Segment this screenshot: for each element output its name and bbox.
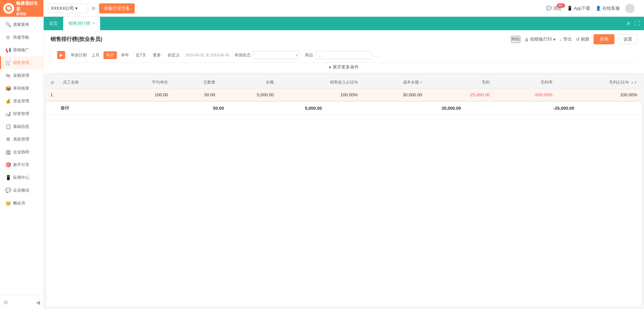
main-area: XXXXX公司 ▾ ⚙ 体验行业方案 💬 消息 99+ 📱 App下载 👤 在线… — [44, 0, 644, 309]
date-tab-7days[interactable]: 近7天 — [133, 51, 149, 59]
sidebar-item-marketing[interactable]: 📢 营销推广 — [0, 44, 43, 56]
tab-sales-ranking-label: 销售排行榜 — [69, 20, 90, 27]
goods-input[interactable] — [315, 51, 372, 59]
tab-close-all-icon[interactable]: ✕ — [626, 20, 631, 27]
footer-main-qty: 50.00 — [154, 102, 228, 115]
date-tab-this-year[interactable]: 本年 — [118, 51, 132, 59]
sidebar-item-member[interactable]: 👑 畅会员 — [0, 197, 43, 209]
col-sales-pct-header: 销售收入占比% — [278, 76, 362, 89]
cell-rank-0: 1 — [46, 89, 59, 101]
sidebar-item-operation[interactable]: 📊 经营管理 — [0, 107, 43, 120]
message-icon: 💬 — [546, 6, 552, 11]
nav-label-system: 系统管理 — [13, 137, 29, 142]
app-download-icon: 📱 — [567, 6, 572, 11]
date-tab-last-month[interactable]: 上月 — [89, 51, 102, 59]
online-service-button[interactable]: 👤 在线客服 — [596, 5, 620, 11]
cell-gross-pct-0: 100.00% — [557, 89, 641, 101]
logo-subtitle: 标准版 — [16, 12, 40, 16]
avatar[interactable] — [625, 4, 635, 13]
expand-icon: ▾ — [329, 65, 331, 70]
settings-bottom-icon[interactable]: ⚙ — [3, 299, 8, 306]
expand-row: ▾ 展开更多条件 — [50, 63, 637, 73]
footer-label: 合计 — [56, 102, 122, 115]
print-icon: 🖨 — [524, 37, 529, 42]
help-button[interactable]: 帮助 — [511, 36, 520, 43]
trial-button[interactable]: 体验行业方案 — [99, 3, 135, 13]
tab-home-label: 首页 — [49, 20, 58, 27]
sidebar-item-guide[interactable]: 🎯 新手引导 — [0, 158, 43, 171]
nav-icon-shortcut: ⊙ — [5, 34, 11, 40]
company-selector[interactable]: XXXXX公司 ▾ — [48, 4, 88, 13]
sidebar-item-base[interactable]: 📋 基础信息 — [0, 120, 43, 133]
nav-label-inventory: 库存核算 — [13, 86, 29, 91]
nav-label-marketing: 营销推广 — [13, 47, 29, 53]
nav-icon-purchase: 🛍 — [5, 72, 11, 79]
cell-cost-0: 30,000.00 — [362, 89, 426, 101]
nav-label-guide: 新手引导 — [13, 162, 29, 168]
cost-info-icon[interactable]: ℹ — [421, 80, 422, 84]
sidebar-item-finance[interactable]: 💰 资金管理 — [0, 95, 43, 107]
app-download-button[interactable]: 📱 App下载 — [567, 5, 590, 11]
nav-icon-finance: 💰 — [5, 98, 11, 104]
sidebar: 畅 畅康通好生意 标准版 🔍 搜索菜单 ⊙ 快捷导航 📢 营销推广 🛒 销售管理… — [0, 0, 44, 309]
date-tab-custom[interactable]: 自定义 — [165, 51, 182, 59]
nav-label-shortcut: 快捷导航 — [13, 35, 29, 40]
nav-icon-operation: 📊 — [5, 111, 11, 117]
query-button[interactable]: 查询 — [594, 34, 614, 44]
footer-sales-pct — [326, 102, 357, 115]
refresh-button[interactable]: ↺ 刷新 — [576, 36, 590, 42]
sidebar-logo: 畅 畅康通好生意 标准版 — [0, 0, 43, 17]
nav-label-finance: 资金管理 — [13, 98, 29, 104]
nav-icon-guide: 🎯 — [5, 162, 11, 168]
cell-avg-price-0: 100.00 — [116, 89, 172, 101]
nav-icon-sales: 🛒 — [5, 60, 11, 66]
sidebar-item-wechat[interactable]: 💬 企业微信 — [0, 184, 43, 197]
col-amount-header: 全额 — [219, 76, 278, 89]
nav-icon-search: 🔍 — [5, 21, 11, 28]
status-filter: 单据状态 — [234, 51, 300, 59]
cell-gross-0: -25,000.00 — [426, 89, 494, 101]
print-button[interactable]: 🖨 按模板打印 ▾ — [524, 36, 556, 42]
online-service-label: 在线客服 — [602, 5, 620, 11]
tab-close-icon[interactable]: × — [92, 21, 95, 26]
print-label: 按模板打印 — [530, 36, 552, 42]
sidebar-item-inventory[interactable]: 📦 库存核算 — [0, 82, 43, 95]
logo-title: 畅康通好生意 — [16, 1, 40, 12]
gross-pct-sort-icon[interactable]: ▲▼ — [631, 81, 637, 84]
export-button[interactable]: ↓ 导出 — [560, 36, 572, 42]
sidebar-bottom: ⚙ ◀ — [0, 296, 43, 309]
company-name: XXXXX公司 — [51, 5, 74, 11]
tab-home[interactable]: 首页 — [44, 17, 63, 30]
date-tab-this-month[interactable]: 本月 — [103, 51, 117, 59]
sidebar-item-shortcut[interactable]: ⊙ 快捷导航 — [0, 31, 43, 44]
sidebar-item-sales[interactable]: 🛒 销售管理 — [0, 56, 43, 69]
status-select[interactable] — [253, 51, 300, 59]
page-title: 销售排行榜(按业务员) — [50, 36, 102, 43]
footer-gross: -25,000.00 — [465, 102, 578, 115]
sidebar-item-apps[interactable]: 📱 应用中心 — [0, 171, 43, 184]
column-settings-icon[interactable]: ⚙ — [50, 80, 55, 85]
nav-icon-marketing: 📢 — [5, 47, 11, 53]
tab-sales-ranking[interactable]: 销售排行榜 × — [63, 17, 100, 30]
topbar: XXXXX公司 ▾ ⚙ 体验行业方案 💬 消息 99+ 📱 App下载 👤 在线… — [44, 0, 644, 17]
footer-gross-pct — [610, 102, 641, 115]
footer-row: 合计 50.00 5,000.00 30,000.00 -25,000.00 — [46, 102, 641, 115]
sidebar-item-search[interactable]: 🔍 搜索菜单 — [0, 18, 43, 31]
sidebar-item-purchase[interactable]: 🛍 采购管理 — [0, 69, 43, 82]
sidebar-item-system[interactable]: ⚙ 系统管理 — [0, 133, 43, 146]
settings-button[interactable]: 设置 — [618, 34, 637, 44]
nav-label-sales: 销售管理 — [13, 60, 29, 66]
date-tab-more[interactable]: 更多 — [150, 51, 164, 59]
nav-label-member: 畅会员 — [13, 200, 25, 206]
collapse-icon[interactable]: ◀ — [36, 299, 40, 306]
expand-button[interactable]: ▾ 展开更多条件 — [329, 64, 359, 70]
gear-icon[interactable]: ⚙ — [91, 6, 96, 11]
col-name-header: 员工名称 — [59, 76, 116, 89]
cell-gross-rate-0: -500.00% — [494, 89, 556, 101]
message-button[interactable]: 💬 消息 99+ — [546, 5, 562, 11]
filter-collapse-btn[interactable]: ▶ — [57, 51, 65, 59]
sidebar-item-enterprise[interactable]: 🏢 企业协同 — [0, 146, 43, 158]
tab-maximize-icon[interactable]: ⛶ — [635, 20, 640, 27]
cell-main-qty-0: 50.00 — [172, 89, 219, 101]
footer-avg-price — [122, 102, 154, 115]
